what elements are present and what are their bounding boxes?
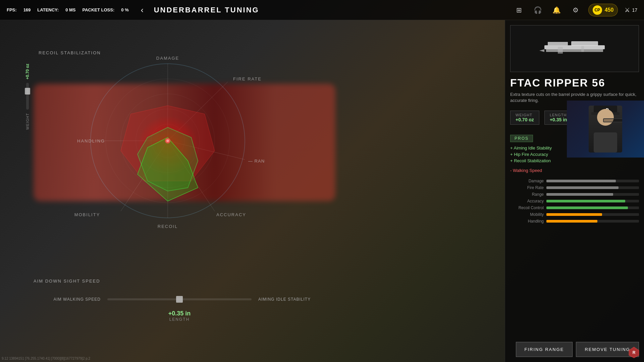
settings-icon[interactable]: ⚙ [570,4,582,16]
weight-slider-track[interactable] [26,83,29,110]
latency-value: 0 MS [65,7,75,12]
stat-damage-fill [546,180,616,182]
weight-slider-container: +0.70 oz WEIGHT [25,64,30,130]
currency-badge: CP 450 [588,4,618,16]
weight-value: +0.70 oz [25,64,30,79]
firing-range-button[interactable]: FIRING RANGE [516,342,573,357]
level-value: 17 [632,7,637,13]
walking-speed-slider-row: AIM WALKING SPEED AIMING IDLE STABILITY [34,297,325,302]
weight-slider-thumb[interactable] [25,88,30,95]
weight-chip-label: WEIGHT [516,113,534,117]
stat-recoil-bar [546,206,639,209]
walking-speed-slider[interactable] [107,298,252,300]
aiming-idle-label: AIMING IDLE STABILITY [258,297,325,302]
stat-range: Range [510,192,639,197]
bottom-buttons: FIRING RANGE REMOVE TUNING [516,342,639,357]
stat-range-fill [546,193,613,196]
level-icon: ⚔ [625,6,630,14]
stat-handling-bar [546,220,639,223]
riot-logo: R [627,345,641,359]
stat-firerate-bar [546,186,639,189]
svg-rect-28 [571,41,598,46]
svg-rect-27 [548,42,568,45]
packet-loss-label: PACKET LOSS: [82,7,114,12]
stat-recoil: Recoil Control [510,205,639,210]
svg-rect-31 [558,47,563,54]
headset-icon[interactable]: 🎧 [532,4,544,16]
attachment-title-area: FTAC RIPPER 56 Extra texture cuts on the… [505,77,644,104]
streamer-overlay: D [567,101,644,158]
streamer-head [597,109,614,126]
stat-accuracy: Accuracy [510,199,639,203]
stat-firerate-fill [546,186,619,189]
stat-handling-label: Handling [510,219,544,224]
grid-icon[interactable]: ⊞ [513,4,525,16]
currency-value: 450 [605,7,614,13]
stat-accuracy-fill [546,200,625,202]
svg-text:FIRE RATE: FIRE RATE [233,76,262,81]
stat-handling-fill [546,220,597,223]
streamer-body [594,132,617,153]
walking-speed-thumb[interactable] [176,296,183,303]
svg-rect-32 [581,46,584,52]
streamer-background: D [567,101,644,158]
length-value: +0.35 in [34,310,325,317]
stat-mobility-bar [546,213,639,216]
stat-recoil-fill [546,206,628,209]
level-badge: ⚔ 17 [625,6,637,14]
pro-item-3: + Recoil Stabilization [510,158,639,164]
svg-text:— RANGE: — RANGE [248,159,265,164]
weight-chip: WEIGHT +0.70 oz [510,111,539,125]
top-right-icons: ⊞ 🎧 🔔 ⚙ CP 450 ⚔ 17 [513,4,637,16]
fps-label: FPS: [7,7,17,12]
stat-mobility: Mobility [510,212,639,217]
stat-range-bar [546,193,639,196]
attachment-image-box [510,25,639,72]
currency-icon: CP [593,5,602,15]
packet-loss-value: 0 % [121,7,128,12]
stat-handling: Handling [510,219,639,224]
latency-label: LATENCY: [37,7,59,12]
stat-recoil-label: Recoil Control [510,205,544,210]
top-bar: FPS: 169 LATENCY: 0 MS PACKET LOSS: 0 % … [0,0,644,20]
svg-text:RECOIL: RECOIL [158,224,178,229]
stat-mobility-label: Mobility [510,212,544,217]
streamer-glasses [603,118,622,122]
right-panel: FTAC RIPPER 56 Extra texture cuts on the… [505,20,644,362]
length-label: LENGTH [34,317,325,322]
stat-firerate-label: Fire Rate [510,185,544,190]
attachment-title: FTAC RIPPER 56 [510,77,639,89]
svg-text:R: R [633,350,636,355]
attachment-image [538,39,611,59]
stat-range-label: Range [510,192,544,197]
stat-damage: Damage [510,179,639,183]
stat-fire-rate: Fire Rate [510,185,639,190]
weight-chip-value: +0.70 oz [516,117,534,122]
cons-list: - Walking Speed [510,167,639,174]
svg-text:HANDLING: HANDLING [77,138,105,143]
length-chip-value: +0.35 in [550,117,567,122]
performance-info: FPS: 169 LATENCY: 0 MS PACKET LOSS: 0 % [7,7,129,12]
svg-marker-30 [539,49,544,52]
aim-down-sight-label: AIM DOWN SIGHT SPEED [34,279,325,284]
fps-value: 169 [23,7,31,12]
notification-icon[interactable]: 🔔 [551,4,563,16]
stats-section: Damage Fire Rate Range Accuracy Recoil C… [505,177,644,227]
stat-damage-bar [546,180,639,182]
stat-mobility-fill [546,213,602,216]
cons-section: - Walking Speed [505,167,644,174]
streamer-avatar: D [589,106,622,153]
svg-text:ACCURACY: ACCURACY [216,212,246,217]
weight-axis-label: WEIGHT [25,113,30,130]
back-arrow-icon: ‹ [141,5,144,15]
svg-point-18 [166,139,169,142]
main-left-panel: RECOIL STABILIZATION +0.70 oz WEIGHT [0,20,332,362]
con-item-1: - Walking Speed [510,167,639,174]
length-chip-label: LENGTH [550,113,567,117]
svg-text:MOBILITY: MOBILITY [74,212,100,217]
bottom-sliders: AIM DOWN SIGHT SPEED AIM WALKING SPEED A… [34,279,325,322]
svg-text:DAMAGE: DAMAGE [156,56,179,61]
length-display: +0.35 in LENGTH [34,310,325,322]
debug-info: 9.12 13894151 [76.255.1740.41] [7000][8]… [2,357,90,360]
back-button[interactable]: ‹ [136,3,149,17]
